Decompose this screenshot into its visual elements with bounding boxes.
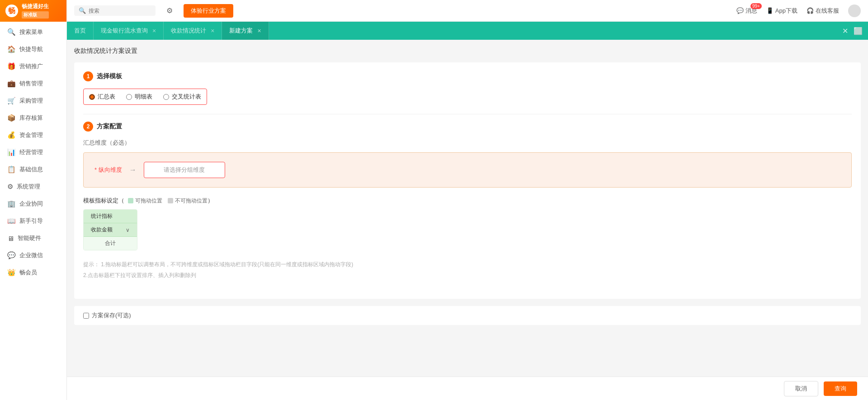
edition-badge: 标准版: [22, 11, 49, 19]
query-button[interactable]: 查询: [824, 381, 857, 396]
download-icon: 📱: [766, 7, 774, 14]
logo-icon: 畅: [5, 5, 18, 17]
radio-summary-input[interactable]: [89, 94, 95, 100]
radio-detail[interactable]: 明细表: [126, 93, 152, 101]
tip-1: 提示： 1.拖动标题栏可以调整布局，不可跨维度或指标区域拖动栏目字段(只能在同一…: [83, 259, 852, 270]
sidebar-icon-enterprise: 🏢: [7, 200, 16, 208]
radio-cross[interactable]: 交叉统计表: [163, 93, 201, 101]
dimension-row: * 纵向维度 → 请选择分组维度: [94, 162, 840, 178]
sidebar-label-sales: 销售管理: [19, 80, 43, 88]
sidebar-logo: 畅 畅捷通好生 标准版: [0, 0, 66, 22]
drag-dot-icon: [128, 198, 133, 203]
tabs-bar: 首页 现金银行流水查询 × 收款情况统计 × 新建方案 × ✕ ⬜: [67, 22, 868, 40]
vertical-dim-label: * 纵向维度: [94, 166, 122, 174]
download-btn[interactable]: 📱 App下载: [766, 7, 797, 15]
sidebar-icon-guide: 📖: [7, 217, 16, 225]
metric-row-0[interactable]: 收款金额 ∨: [84, 223, 137, 237]
sidebar-item-guide[interactable]: 📖 新手引导: [0, 212, 66, 230]
service-btn[interactable]: 🎧 在线客服: [807, 7, 839, 15]
step1-section: 1 选择模板 汇总表 明细表 交叉统计表: [83, 71, 852, 105]
tabs-actions: ✕ ⬜: [837, 22, 868, 40]
sidebar-item-hardware[interactable]: 🖥 智能硬件: [0, 230, 66, 247]
step2-num: 2: [83, 122, 93, 132]
step2-header: 2 方案配置: [83, 122, 852, 132]
close-window-icon[interactable]: ✕: [842, 27, 848, 35]
page-title: 收款情况统计方案设置: [74, 47, 861, 55]
dimension-select[interactable]: 请选择分组维度: [144, 162, 225, 178]
metric-label-1: 合计: [105, 240, 116, 246]
save-label[interactable]: 方案保存(可选): [92, 311, 131, 320]
sidebar-menu: 🔍 搜索菜单 🏠 快捷导航 🎁 营销推广 💼 销售管理 🛒 采购管理 📦 库存核…: [0, 22, 66, 400]
tab-receipt-close[interactable]: ×: [211, 27, 214, 34]
sidebar-item-basic-info[interactable]: 📋 基础信息: [0, 161, 66, 178]
sidebar-item-operations[interactable]: 📊 经营管理: [0, 144, 66, 161]
save-option: 方案保存(可选): [83, 311, 852, 320]
radio-summary-label[interactable]: 汇总表: [98, 93, 115, 101]
config-card: 1 选择模板 汇总表 明细表 交叉统计表: [74, 62, 861, 299]
sidebar-label-member: 畅会员: [19, 268, 37, 277]
sidebar-item-system[interactable]: ⚙ 系统管理: [0, 178, 66, 195]
divider1: [83, 114, 852, 114]
radio-cross-label[interactable]: 交叉统计表: [172, 93, 201, 101]
tab-new-plan[interactable]: 新建方案 ×: [222, 22, 269, 40]
message-icon: 💬: [736, 7, 744, 14]
cancel-button[interactable]: 取消: [784, 381, 818, 396]
sidebar-icon-inventory: 📦: [7, 114, 16, 122]
search-input[interactable]: [89, 8, 151, 14]
service-label: 在线客服: [816, 7, 839, 15]
radio-cross-input[interactable]: [163, 94, 169, 100]
tab-home[interactable]: 首页: [67, 22, 94, 40]
sidebar-icon-marketing: 🎁: [7, 62, 16, 71]
user-avatar[interactable]: [848, 5, 861, 17]
tab-new-plan-close[interactable]: ×: [257, 27, 261, 34]
sidebar-item-member[interactable]: 👑 畅会员: [0, 264, 66, 281]
nodrag-label: 不可拖动位置: [175, 197, 208, 205]
search-icon: 🔍: [79, 7, 86, 14]
radio-detail-label[interactable]: 明细表: [135, 93, 152, 101]
save-checkbox[interactable]: [83, 313, 89, 319]
sidebar-icon-search: 🔍: [7, 28, 16, 36]
sidebar-label-search: 搜索菜单: [19, 28, 43, 36]
tab-cashflow[interactable]: 现金银行流水查询 ×: [94, 22, 164, 40]
legend-draggable: 可拖动位置: [128, 197, 162, 205]
sidebar-item-finance[interactable]: 💰 资金管理: [0, 127, 66, 144]
gear-icon[interactable]: ⚙: [163, 4, 176, 18]
tab-home-label: 首页: [74, 27, 86, 35]
draggable-label: 可拖动位置: [135, 197, 162, 205]
metrics-config: 模板指标设定（ 可拖动位置 不可拖动位置 ）: [83, 197, 852, 252]
sidebar-item-purchase[interactable]: 🛒 采购管理: [0, 92, 66, 109]
sidebar-item-search[interactable]: 🔍 搜索菜单: [0, 24, 66, 41]
sidebar-item-marketing[interactable]: 🎁 营销推广: [0, 58, 66, 75]
expand-window-icon[interactable]: ⬜: [854, 27, 863, 35]
industry-btn[interactable]: 体验行业方案: [184, 4, 233, 18]
radio-detail-input[interactable]: [126, 94, 132, 100]
service-icon: 🎧: [807, 7, 814, 14]
page-content: 收款情况统计方案设置 1 选择模板 汇总表 明细表: [67, 40, 868, 376]
step1-title: 选择模板: [97, 72, 122, 80]
radio-summary[interactable]: 汇总表: [89, 93, 115, 101]
sidebar-label-wechat: 企业微信: [19, 251, 43, 259]
metrics-table-header: 统计指标: [84, 210, 137, 223]
tab-cashflow-label: 现金银行流水查询: [101, 27, 148, 35]
search-box[interactable]: 🔍: [74, 5, 156, 16]
sidebar-item-inventory[interactable]: 📦 库存核算: [0, 109, 66, 127]
sidebar-icon-operations: 📊: [7, 148, 16, 156]
logo-text: 畅捷通好生: [22, 3, 49, 10]
sidebar-item-enterprise[interactable]: 🏢 企业协同: [0, 195, 66, 212]
sidebar-item-wechat[interactable]: 💬 企业微信: [0, 247, 66, 264]
message-badge: 99+: [750, 3, 762, 9]
sidebar-item-sales[interactable]: 💼 销售管理: [0, 75, 66, 92]
tab-receipt[interactable]: 收款情况统计 ×: [164, 22, 222, 40]
metric-chevron-0[interactable]: ∨: [126, 227, 130, 233]
nodrag-dot-icon: [168, 198, 173, 203]
sidebar-icon-member: 👑: [7, 268, 16, 277]
sidebar-icon-finance: 💰: [7, 131, 16, 139]
sidebar-item-quick-nav[interactable]: 🏠 快捷导航: [0, 41, 66, 58]
header-right: 💬 消息 99+ 📱 App下载 🎧 在线客服: [736, 5, 861, 17]
sidebar: 畅 畅捷通好生 标准版 🔍 搜索菜单 🏠 快捷导航 🎁 营销推广 💼 销售管理 …: [0, 0, 67, 400]
message-btn[interactable]: 💬 消息 99+: [736, 7, 757, 15]
tip-2: 2.点击标题栏下拉可设置排序、插入列和删除列: [83, 270, 852, 281]
tab-cashflow-close[interactable]: ×: [152, 27, 156, 34]
step1-num: 1: [83, 71, 93, 81]
metric-label-0: 收款金额: [91, 226, 113, 234]
